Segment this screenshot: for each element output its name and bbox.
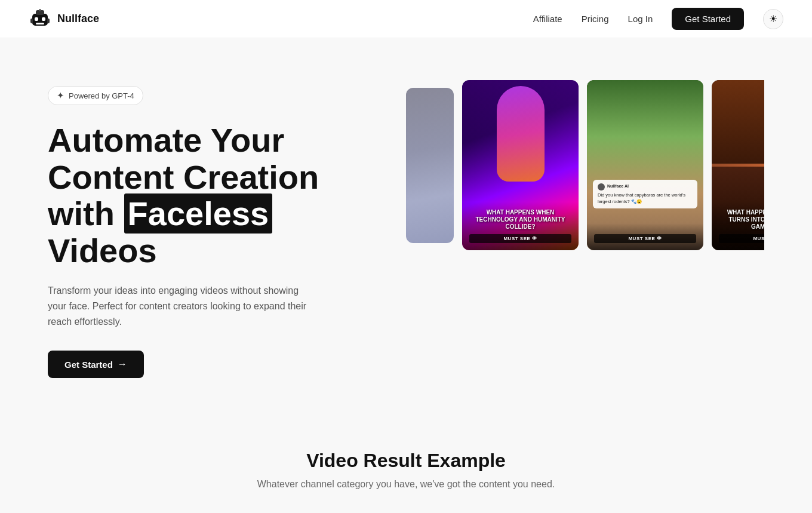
powered-badge: ✦ Powered by GPT-4 xyxy=(48,86,143,105)
arrow-icon: → xyxy=(118,359,127,370)
card-badge-capybara: MUST SEE 👁 xyxy=(594,234,696,243)
card-overlay-2: MUST SEE 👁 xyxy=(587,223,703,250)
video-result-section: Video Result Example Whatever channel ca… xyxy=(0,414,812,513)
hero-title-line4: Videos xyxy=(48,232,157,269)
video-card-cyberpunk: WHAT HAPPENS WHEN TECHNOLOGY AND HUMANIT… xyxy=(462,80,579,250)
hero-video-cards: WHAT HAPPENS WHEN TECHNOLOGY AND HUMANIT… xyxy=(400,74,764,250)
logo-link[interactable]: Nullface xyxy=(29,8,99,30)
logo-text: Nullface xyxy=(57,13,99,25)
card-overlay-1: WHAT HAPPENS WHEN TECHNOLOGY AND HUMANIT… xyxy=(462,202,579,250)
hero-subtitle: Transform your ideas into engaging video… xyxy=(48,283,310,329)
nav-links: Affiliate Pricing Log In Get Started ☀ xyxy=(533,8,783,30)
video-card-preview xyxy=(406,88,454,243)
tweet-avatar xyxy=(598,183,605,191)
hero-title: Automate Your Content Creation with Face… xyxy=(48,122,376,269)
hero-title-line1: Automate Your xyxy=(48,121,284,159)
nav-login[interactable]: Log In xyxy=(628,14,653,24)
nav-get-started-button[interactable]: Get Started xyxy=(672,8,744,30)
sun-icon: ☀ xyxy=(769,13,777,24)
hero-btn-label: Get Started xyxy=(64,360,113,370)
card-overlay-3: WHAT HAPPENS WHEN LOVE TURNS INTO A DANG… xyxy=(712,202,764,250)
video-card-romance: WHAT HAPPENS WHEN LOVE TURNS INTO A DANG… xyxy=(712,80,764,250)
hero-get-started-button[interactable]: Get Started → xyxy=(48,351,144,378)
card-title-cyberpunk: WHAT HAPPENS WHEN TECHNOLOGY AND HUMANIT… xyxy=(469,209,571,231)
svg-rect-5 xyxy=(36,23,44,24)
card-badge-cyberpunk: MUST SEE 👁 xyxy=(469,234,571,243)
hero-left-content: ✦ Powered by GPT-4 Automate Your Content… xyxy=(48,74,376,378)
svg-rect-6 xyxy=(30,19,33,23)
svg-rect-2 xyxy=(39,9,41,11)
svg-rect-3 xyxy=(35,17,38,21)
video-card-capybara: Nullface AI Did you know that capybaras … xyxy=(587,80,703,250)
card-tweet: Nullface AI Did you know that capybaras … xyxy=(593,180,697,208)
section2-subtitle: Whatever channel category you have, we'v… xyxy=(48,479,764,490)
section2-title: Video Result Example xyxy=(48,450,764,472)
gpt-icon: ✦ xyxy=(57,90,64,101)
card-title-romance: WHAT HAPPENS WHEN LOVE TURNS INTO A DANG… xyxy=(719,209,764,231)
card-figure xyxy=(462,80,579,188)
badge-label: Powered by GPT-4 xyxy=(69,91,134,100)
hero-section: ✦ Powered by GPT-4 Automate Your Content… xyxy=(0,38,812,414)
hero-title-pre: with xyxy=(48,195,124,232)
romance-bg-top xyxy=(712,80,764,164)
girl-silhouette xyxy=(497,86,545,182)
tweet-text: Did you know that capybaras are the worl… xyxy=(598,192,693,205)
svg-rect-7 xyxy=(47,19,50,23)
theme-toggle-button[interactable]: ☀ xyxy=(763,9,783,29)
nav-pricing[interactable]: Pricing xyxy=(582,14,609,24)
tweet-avatar-row: Nullface AI xyxy=(598,183,693,191)
nav-affiliate[interactable]: Affiliate xyxy=(533,14,562,24)
logo-icon xyxy=(29,8,51,30)
navbar: Nullface Affiliate Pricing Log In Get St… xyxy=(0,0,812,38)
hero-title-highlight: Faceless xyxy=(124,193,273,234)
card-badge-romance: MUST SEE 👁 xyxy=(719,234,764,243)
svg-rect-4 xyxy=(42,17,45,21)
tweet-user: Nullface AI xyxy=(607,183,629,189)
hero-title-line2: Content Creation xyxy=(48,158,319,196)
